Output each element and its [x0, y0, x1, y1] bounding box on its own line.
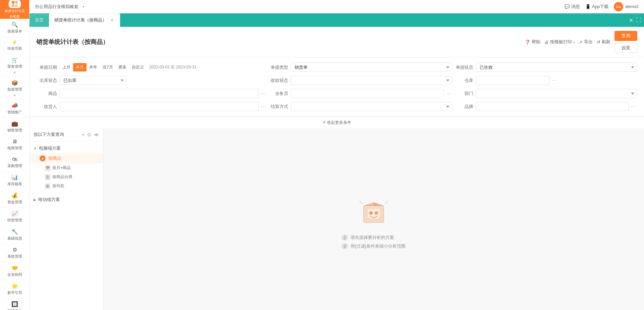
sidebar-item-wholesale[interactable]: 📦 批发管理 ▲ — [0, 77, 29, 100]
svg-point-8 — [375, 211, 378, 215]
setting-button[interactable]: 设置 — [614, 43, 637, 53]
sidebar-item-retail[interactable]: 🛒 零售管理 ▲ — [0, 54, 29, 77]
date-btn-curr-month[interactable]: 本月 — [73, 63, 87, 71]
tree-item-by-driver[interactable]: ⊞ 按司机 — [30, 182, 103, 191]
sidebar-item-basic[interactable]: 🔧 基础信息 — [0, 226, 29, 244]
right-content: 1 请先选择要分析的方案 2 用[过滤]条件来缩小分析范围 — [103, 128, 644, 310]
sidebar-item-inventory[interactable]: 📊 库存核算 — [0, 171, 29, 190]
date-btn-more[interactable]: 更多 — [116, 63, 129, 71]
empty-illustration — [354, 189, 394, 229]
staff-more-btn[interactable]: ··· — [444, 91, 452, 97]
export-btn[interactable]: ↗ 导出 — [579, 39, 593, 45]
filter-staff-item: 业务员 ··· — [267, 89, 452, 98]
sidebar-item-operations[interactable]: 📈 经营管理 — [0, 208, 29, 226]
category-icon: ☰ — [45, 174, 50, 180]
sidebar-item-ecommerce[interactable]: 🖥 电商管理 — [0, 136, 29, 154]
tab-minimize-icon[interactable]: ✕ — [629, 17, 633, 23]
tab-expand-icon[interactable]: ⛶ — [636, 17, 641, 23]
user-profile-btn[interactable]: Ea demo2 — [614, 2, 639, 11]
print-btn[interactable]: 🖨 按模板打印 ▾ — [544, 39, 575, 45]
help-btn[interactable]: ❓ 帮助 — [525, 39, 540, 45]
date-btn-prev-month[interactable]: 上月 — [60, 63, 73, 71]
tab-bar: 首页 销货单统计计表（按商品） × ✕ ⛶ — [30, 13, 644, 27]
sidebar-item-marketing[interactable]: 📣 营销推广 — [0, 100, 29, 118]
brand-control: ··· — [476, 102, 637, 111]
svg-line-10 — [385, 202, 387, 204]
docstatus-label: 单据状态 — [452, 64, 476, 70]
receiver-input[interactable] — [60, 102, 259, 111]
date-btn-curr-year[interactable]: 本年 — [87, 63, 100, 71]
sidebar-item-sales[interactable]: 💼 销售管理 — [0, 118, 29, 136]
refresh-btn[interactable]: ↺ 刷新 — [597, 39, 610, 45]
tab-close-btn[interactable]: × — [109, 17, 115, 23]
sidebar: 畅捷信好生意 标账版 🔍 搜索菜单 ⚡ 快捷导航 🛒 零售管理 ▲ 📦 批发管理… — [0, 0, 30, 310]
workspace-area: 办公用品行业模拟账套 ▾ — [35, 4, 84, 10]
tab-active[interactable]: 销货单统计计表（按商品） × — [49, 13, 120, 27]
enterprise-icon: 🤝 — [11, 265, 18, 271]
page-content: 销货单统计计表（按商品） ❓ 帮助 🖨 按模板打印 ▾ ↗ 导出 ↺ 刷新 — [30, 27, 644, 310]
doctype-select[interactable]: 销货单 — [291, 63, 452, 72]
sidebar-search-menu[interactable]: 🔍 搜索菜单 — [0, 19, 29, 37]
tab-home[interactable]: 首页 — [30, 13, 49, 27]
sidebar-item-finance[interactable]: 💰 资金管理 — [0, 190, 29, 208]
top-bar-right: 💬 消息 📱 App下载 Ea demo2 — [565, 2, 639, 11]
goods-more-btn[interactable]: ··· — [259, 91, 267, 97]
brand-label: 品牌 — [452, 104, 476, 110]
payment-select[interactable] — [291, 76, 452, 85]
left-panel-add-btn[interactable]: + — [82, 132, 85, 137]
app-download-btn[interactable]: 📱 App下载 — [585, 4, 608, 10]
svg-line-9 — [360, 202, 362, 204]
message-btn[interactable]: 💬 消息 — [565, 4, 580, 10]
dept-label: 部门 — [452, 91, 476, 97]
whstatus-label: 出库状态 — [36, 78, 60, 84]
sidebar-nav-item[interactable]: ⚡ 快捷导航 — [0, 37, 29, 54]
left-panel-collapse-btn[interactable]: ≪ — [94, 132, 99, 137]
print-dropdown-icon: ▾ — [573, 40, 575, 44]
sidebar-item-enterprise[interactable]: 🤝 企业协同 — [0, 262, 29, 280]
whstatus-select[interactable]: 已出库 — [60, 76, 127, 85]
query-button[interactable]: 查询 — [614, 31, 637, 41]
staff-input[interactable] — [291, 89, 444, 98]
tree-item-by-category[interactable]: ☰ 按商品分类 — [30, 172, 103, 182]
home-tab-label: 首页 — [35, 17, 44, 23]
tab-bar-actions: ✕ ⛶ — [629, 17, 644, 23]
retail-icon: 🛒 — [11, 57, 18, 63]
date-label: 单据日期 — [36, 64, 60, 70]
filter-doctype-item: 单据类型 销货单 — [267, 63, 452, 72]
sidebar-item-purchase[interactable]: 🛍 采购管理 — [0, 154, 29, 171]
left-panel-edit-btn[interactable]: ⊙ — [87, 132, 91, 137]
by-goods-label: 按商品 — [48, 155, 61, 161]
docstatus-select[interactable]: 已生效 — [476, 63, 637, 72]
warehouse-more-btn[interactable]: ··· — [550, 78, 558, 84]
collapse-filter-btn[interactable]: ∧ 收起更多条件 — [30, 117, 644, 128]
operations-icon: 📈 — [11, 210, 18, 217]
brand-more-btn[interactable]: ··· — [629, 104, 637, 110]
warehouse-input[interactable] — [476, 76, 550, 85]
receiver-more-btn[interactable]: ··· — [259, 104, 267, 110]
left-panel-header: 按以下方案查询 + ⊙ ≪ — [30, 128, 103, 141]
tree-group-mobile-title[interactable]: ▶ 移动端方案 — [30, 195, 103, 205]
tree-item-by-month-goods[interactable]: 📅 按月+商品 — [30, 163, 103, 172]
tree-item-by-goods[interactable]: ● 按商品 — [30, 153, 103, 163]
sidebar-item-newguide[interactable]: 🌟 新手引导 — [0, 280, 29, 298]
settlement-select[interactable] — [291, 102, 452, 111]
sidebar-item-appstore[interactable]: 🔲 应用中心 — [0, 298, 29, 310]
tree-group-pc-title[interactable]: ▼ 电脑端方案 — [30, 143, 103, 153]
page-title: 销货单统计计表（按商品） — [36, 38, 109, 50]
goods-label: 商品 — [36, 91, 60, 97]
svg-rect-0 — [12, 1, 14, 4]
brand-input[interactable] — [476, 102, 629, 111]
filter-row-receiver: 收货人 ··· 结算方式 — [36, 102, 637, 111]
goods-input[interactable] — [60, 89, 259, 98]
date-btn-7days[interactable]: 近7天 — [100, 63, 116, 71]
page-header-actions: ❓ 帮助 🖨 按模板打印 ▾ ↗ 导出 ↺ 刷新 查询 — [525, 31, 637, 57]
left-panel-icons: + ⊙ ≪ — [82, 132, 99, 137]
receiver-control: ··· — [60, 102, 267, 111]
filter-warehouse-item: 仓库 ··· — [452, 76, 637, 85]
download-icon: 📱 — [585, 4, 591, 9]
dept-select[interactable] — [476, 89, 637, 98]
refresh-icon: ↺ — [597, 40, 600, 45]
sidebar-item-system[interactable]: ⚙ 系统管理 — [0, 244, 29, 262]
workspace-dropdown-icon[interactable]: ▾ — [83, 5, 84, 8]
date-btn-custom[interactable]: 自定义 — [129, 63, 147, 71]
